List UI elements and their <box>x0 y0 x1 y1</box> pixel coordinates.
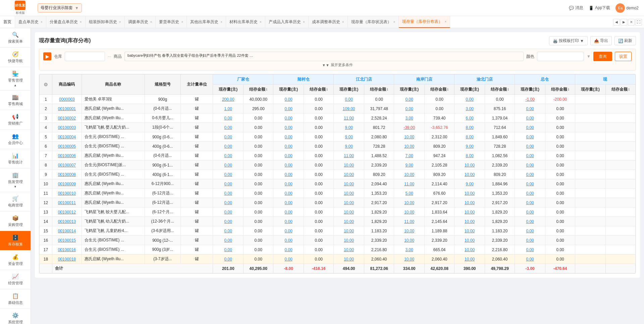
row-f-qty[interactable]: 0.00 <box>213 132 244 142</box>
row-l-qty[interactable]: 0.00 <box>273 217 304 226</box>
row-l-qty[interactable]: 0.00 <box>273 142 304 151</box>
row-l-qty[interactable]: 0.00 <box>273 151 304 160</box>
row-code[interactable]: 0000003 <box>52 95 82 104</box>
sidebar-item-member[interactable]: 👥 会员中心 <box>0 130 31 149</box>
tab-product-in-close[interactable]: × <box>303 20 305 24</box>
sidebar-item-inventory[interactable]: 🗄️ 库存核算 <box>0 231 31 250</box>
row-f-qty[interactable]: 1.00 <box>213 104 244 113</box>
row-n-qty[interactable]: 7.00 <box>394 151 425 160</box>
tab-stock-single-close[interactable]: × <box>41 20 43 24</box>
tab-stock-dist[interactable]: 现存量（库存分布表） × <box>399 16 450 28</box>
row-f-qty[interactable]: 200.00 <box>213 95 244 104</box>
settings-btn[interactable]: 设置 <box>615 52 632 61</box>
row-y-qty[interactable]: 0.00 <box>454 95 485 104</box>
tab-cost-adjust-close[interactable]: × <box>342 20 344 24</box>
row-f-qty[interactable]: 0.00 <box>213 179 244 189</box>
nav-selector[interactable]: 母婴行业演示陈套 ▼ <box>38 3 82 12</box>
row-n-qty[interactable]: 3.00 <box>394 245 425 254</box>
row-y-qty[interactable]: 10.00 <box>454 189 485 198</box>
row-l-qty[interactable]: 0.00 <box>273 179 304 189</box>
row-code[interactable]: 00100013 <box>52 217 82 226</box>
gear-icon[interactable]: ⚙ <box>44 82 48 87</box>
tab-stock-qty[interactable]: 现存量（库存状况表） × <box>348 16 399 28</box>
row-y-qty[interactable]: 8.00 <box>454 151 485 160</box>
row-l-qty[interactable]: 0.00 <box>273 189 304 198</box>
row-l-qty[interactable]: 0.00 <box>273 104 304 113</box>
row-f-qty[interactable]: 0.00 <box>213 113 244 123</box>
refresh-btn[interactable]: 🔄 刷新 <box>614 36 636 45</box>
row-code[interactable]: 00100012 <box>52 207 82 217</box>
row-l-qty[interactable]: 0.00 <box>273 245 304 254</box>
tab-nav-close-all[interactable]: ✕ <box>628 19 635 26</box>
row-n-qty[interactable]: 10.00 <box>394 207 425 217</box>
row-l-qty[interactable]: 0.00 <box>273 254 304 264</box>
tab-request-single-close[interactable]: × <box>181 20 183 24</box>
row-y-qty[interactable]: 10.00 <box>454 160 485 170</box>
row-y-qty[interactable]: 10.00 <box>454 217 485 226</box>
n-amt-info-icon[interactable]: ℹ <box>447 88 448 91</box>
row-j-qty[interactable]: 9.00 <box>334 123 364 132</box>
row-j-qty[interactable]: 0.00 <box>334 95 364 104</box>
row-n-qty[interactable]: 10.00 <box>394 170 425 179</box>
row-t-qty[interactable]: 0.00 <box>515 170 545 179</box>
sidebar-item-finance[interactable]: 💰 资金管理 <box>0 250 31 270</box>
row-l-qty[interactable]: 0.00 <box>273 132 304 142</box>
row-f-qty[interactable]: 0.00 <box>213 123 244 132</box>
row-j-qty[interactable]: 10.00 <box>334 160 364 170</box>
message-btn[interactable]: 💬 消息 <box>569 5 583 11</box>
row-y-qty[interactable]: 10.00 <box>454 207 485 217</box>
row-y-qty[interactable]: 10.00 <box>454 254 485 264</box>
row-t-qty[interactable]: 0.00 <box>515 226 545 236</box>
sidebar-item-retail-stats[interactable]: 📊 零售统计 <box>0 149 31 169</box>
sidebar-item-retail-store[interactable]: 🏬 零售商城 <box>0 91 31 110</box>
row-n-qty[interactable]: 3.00 <box>394 113 425 123</box>
row-n-qty[interactable]: 0.00 <box>394 95 425 104</box>
row-n-qty[interactable]: 10.00 <box>394 254 425 264</box>
print-btn[interactable]: 🖨️ 按模板打印 ▼ <box>549 36 588 45</box>
row-t-qty[interactable]: 0.00 <box>515 207 545 217</box>
sidebar-item-nav[interactable]: 🧭 快捷导航 <box>0 48 31 67</box>
sidebar-item-purchase[interactable]: 📦 采购管理 <box>0 212 31 231</box>
tab-group-split[interactable]: 组装拆卸单历史 × <box>86 16 125 28</box>
row-y-qty[interactable]: 6.00 <box>454 113 485 123</box>
row-l-qty[interactable]: 0.00 <box>273 170 304 179</box>
row-f-qty[interactable]: 0.00 <box>213 207 244 217</box>
color-input[interactable] <box>537 52 584 61</box>
row-code[interactable]: 00100010 <box>52 189 82 198</box>
y-amt-info-icon[interactable]: ℹ <box>507 88 509 91</box>
tab-nav-prev[interactable]: ◀ <box>613 19 620 26</box>
row-n-qty[interactable]: 5.00 <box>394 189 425 198</box>
row-n-qty[interactable]: 10.00 <box>394 198 425 207</box>
row-j-qty[interactable]: 10.00 <box>334 254 364 264</box>
tab-adjust-single-close[interactable]: × <box>150 20 152 24</box>
sidebar-item-marketing[interactable]: 📢 营销推广 <box>0 110 31 130</box>
row-j-qty[interactable]: 9.00 <box>334 142 364 151</box>
row-y-qty[interactable]: 8.00 <box>454 132 485 142</box>
row-t-qty[interactable]: 0.00 <box>515 160 545 170</box>
row-l-qty[interactable]: 0.00 <box>273 113 304 123</box>
tab-adjust-single[interactable]: 调拨单历史 × <box>125 16 156 28</box>
row-n-qty[interactable]: -39.00 <box>394 123 425 132</box>
tab-cost-adjust[interactable]: 成本调整单历史 × <box>309 16 348 28</box>
sidebar-item-basic[interactable]: 📋 基础信息 <box>0 289 31 309</box>
tab-product-in[interactable]: 产成品入库单历史 × <box>265 16 309 28</box>
row-y-qty[interactable]: 9.00 <box>454 179 485 189</box>
row-code[interactable]: 00100018 <box>52 254 82 264</box>
row-l-qty[interactable]: 0.00 <box>273 207 304 217</box>
row-y-qty[interactable]: 10.00 <box>454 245 485 254</box>
row-y-qty[interactable]: 3.00 <box>454 104 485 113</box>
row-j-qty[interactable]: 9.00 <box>334 132 364 142</box>
row-code[interactable]: 00100003 <box>52 123 82 132</box>
row-code[interactable]: 00100006 <box>52 151 82 160</box>
row-j-qty[interactable]: 10.00 <box>334 217 364 226</box>
tab-split-stock[interactable]: 分量盘点单历史 × <box>46 16 86 28</box>
row-t-qty[interactable]: 0.00 <box>515 132 545 142</box>
tab-home[interactable]: 首页 <box>0 16 15 28</box>
row-t-qty[interactable]: -1.00 <box>515 95 545 104</box>
warehouse-dots[interactable]: ··· <box>108 54 111 59</box>
e-amt-info-icon[interactable]: ℹ <box>628 88 630 91</box>
sidebar-item-ops[interactable]: 📈 经营管理 <box>0 270 31 289</box>
j-amt-info-icon[interactable]: ℹ <box>387 88 388 91</box>
row-f-qty[interactable]: 0.00 <box>213 189 244 198</box>
row-j-qty[interactable]: 10.00 <box>334 245 364 254</box>
